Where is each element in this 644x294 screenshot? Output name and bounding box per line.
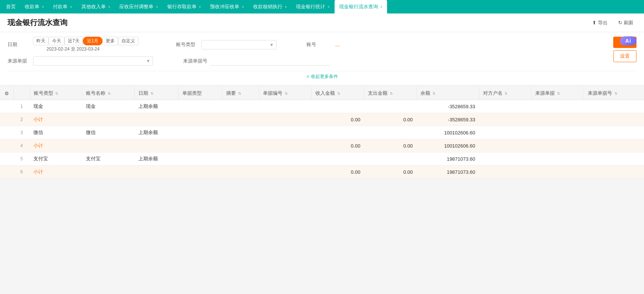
close-icon[interactable]: ×: [380, 0, 383, 13]
column-date[interactable]: 日期 ⇅: [135, 87, 178, 100]
nav-tab-shoukuandan[interactable]: 收款单 ×: [20, 0, 48, 13]
date-filter-group: 日期 昨天 今天 近7天 近1月 更多 自定义 2023-02-24 至 202…: [8, 37, 138, 52]
source-doc-filter-group: 来源单据 ▾: [8, 56, 153, 66]
column-account-type[interactable]: 账号类型 ⇅: [30, 87, 82, 100]
source-doc-no-input[interactable]: [210, 57, 330, 66]
source-doc-select[interactable]: ▾: [33, 56, 153, 66]
close-icon[interactable]: ×: [156, 0, 158, 13]
date-label: 日期: [8, 41, 30, 48]
close-icon[interactable]: ×: [108, 0, 110, 13]
refresh-icon: ↻: [618, 20, 622, 25]
column-doc-type: 单据类型: [178, 87, 222, 100]
account-no-dots[interactable]: ...: [335, 41, 340, 48]
date-options-row: 昨天 今天 近7天 近1月 更多 自定义: [33, 37, 138, 45]
header-actions: ⬆ 导出 ↻ 刷新: [589, 18, 636, 28]
date-btn-custom[interactable]: 自定义: [118, 37, 138, 45]
date-range-display: 2023-02-24 至 2023-03-24: [47, 46, 138, 52]
close-icon[interactable]: ×: [199, 0, 201, 13]
table-row[interactable]: 2小计0.000.00-3528659.33: [0, 113, 644, 126]
column-expense[interactable]: 支出金额 ⇅: [364, 87, 417, 100]
source-doc-no-label: 来源单据号: [183, 58, 207, 64]
chevron-down-icon: ▾: [270, 42, 273, 48]
filter-area: 日期 昨天 今天 近7天 近1月 更多 自定义 2023-02-24 至 202…: [0, 32, 644, 85]
nav-tab-tongji[interactable]: 现金银行统计 ×: [291, 0, 334, 13]
source-doc-no-filter-group: 来源单据号: [183, 57, 330, 66]
chevron-down-icon: ▾: [147, 58, 150, 64]
close-icon[interactable]: ×: [42, 0, 44, 13]
account-type-filter-group: 账号类型 ▾: [176, 40, 276, 49]
column-account-name[interactable]: 账号名称 ⇅: [82, 87, 135, 100]
table-body: 1现金现金上期余额-3528659.332小计0.000.00-3528659.…: [0, 100, 644, 179]
filter-main: 日期 昨天 今天 近7天 近1月 更多 自定义 2023-02-24 至 202…: [8, 37, 636, 69]
column-summary[interactable]: 摘要 ⇅: [222, 87, 259, 100]
data-table: ⚙ 账号类型 ⇅ 账号名称 ⇅ 日期 ⇅ 单据类型 摘要 ⇅ 单据编号 ⇅ 收入…: [0, 87, 644, 179]
table-row[interactable]: 1现金现金上期余额-3528659.33: [0, 100, 644, 113]
column-settings-icon[interactable]: ⚙: [0, 87, 14, 100]
account-no-filter-group: 账号 ...: [306, 41, 343, 48]
date-btn-more[interactable]: 更多: [102, 37, 118, 45]
account-type-select[interactable]: ▾: [201, 40, 276, 49]
table-row[interactable]: 3微信微信上期余额100102606.60: [0, 126, 644, 139]
filter-fields: 日期 昨天 今天 近7天 近1月 更多 自定义 2023-02-24 至 202…: [8, 37, 607, 69]
refresh-button[interactable]: ↻ 刷新: [615, 18, 636, 28]
settings-button[interactable]: 设置: [613, 50, 636, 62]
data-table-container: ⚙ 账号类型 ⇅ 账号名称 ⇅ 日期 ⇅ 单据类型 摘要 ⇅ 单据编号 ⇅ 收入…: [0, 87, 644, 179]
nav-tab-qitashouru[interactable]: 其他收入单 ×: [77, 0, 115, 13]
close-icon[interactable]: ×: [242, 0, 244, 13]
table-row[interactable]: 6小计0.000.0019871073.60: [0, 166, 644, 179]
table-row[interactable]: 5支付宝支付宝上期余额19871073.60: [0, 152, 644, 166]
nav-home[interactable]: 首页: [2, 0, 20, 13]
column-income[interactable]: 收入金额 ⇅: [312, 87, 364, 100]
filter-row-1: 日期 昨天 今天 近7天 近1月 更多 自定义 2023-02-24 至 202…: [8, 37, 607, 52]
page-title: 现金银行流水查询: [8, 18, 68, 28]
date-btn-today[interactable]: 今天: [49, 37, 65, 45]
column-source-doc[interactable]: 来源单据 ⇅: [531, 87, 584, 100]
export-button[interactable]: ⬆ 导出: [589, 18, 611, 28]
nav-tab-yingshou[interactable]: 应收应付调整单 ×: [115, 0, 162, 13]
column-balance[interactable]: 余额 ⇅: [417, 87, 479, 100]
account-type-label: 账号类型: [176, 41, 198, 48]
column-source-doc-no[interactable]: 来源单据号 ⇅: [584, 87, 644, 100]
nav-tab-yinhang[interactable]: 银行存取款单 ×: [163, 0, 206, 13]
close-icon[interactable]: ×: [285, 0, 287, 13]
nav-tab-yushou[interactable]: 预收冲应收单 ×: [206, 0, 248, 13]
column-index: [14, 87, 30, 100]
table-header: ⚙ 账号类型 ⇅ 账号名称 ⇅ 日期 ⇅ 单据类型 摘要 ⇅ 单据编号 ⇅ 收入…: [0, 87, 644, 100]
export-icon: ⬆: [592, 20, 596, 25]
close-icon[interactable]: ×: [70, 0, 72, 13]
collapse-conditions-bar[interactable]: ∧ 收起更多条件: [8, 71, 636, 82]
column-counterpart[interactable]: 对方户名 ⇅: [479, 87, 531, 100]
column-doc-no[interactable]: 单据编号 ⇅: [259, 87, 312, 100]
nav-tab-shoukuanhexiao[interactable]: 收款核销执行 ×: [249, 0, 291, 13]
date-btn-1month[interactable]: 近1月: [83, 37, 103, 45]
ai-badge[interactable]: Ai: [620, 36, 636, 45]
table-row[interactable]: 4小计0.000.00100102606.60: [0, 139, 644, 152]
top-navigation: 首页 收款单 × 付款单 × 其他收入单 × 应收应付调整单 × 银行存取款单 …: [0, 0, 644, 13]
date-btn-7days[interactable]: 近7天: [65, 37, 83, 45]
close-icon[interactable]: ×: [327, 0, 330, 13]
nav-tab-liushui[interactable]: 现金银行流水查询 ×: [335, 0, 387, 13]
nav-tab-fukuandan[interactable]: 付款单 ×: [48, 0, 77, 13]
page-header: 现金银行流水查询 ⬆ 导出 ↻ 刷新: [0, 13, 644, 32]
filter-row-2: 来源单据 ▾ 来源单据号: [8, 56, 607, 66]
source-doc-label: 来源单据: [8, 58, 30, 64]
date-btn-yesterday[interactable]: 昨天: [33, 37, 49, 45]
account-no-label: 账号: [306, 41, 329, 48]
date-options-col: 昨天 今天 近7天 近1月 更多 自定义 2023-02-24 至 2023-0…: [33, 37, 138, 52]
